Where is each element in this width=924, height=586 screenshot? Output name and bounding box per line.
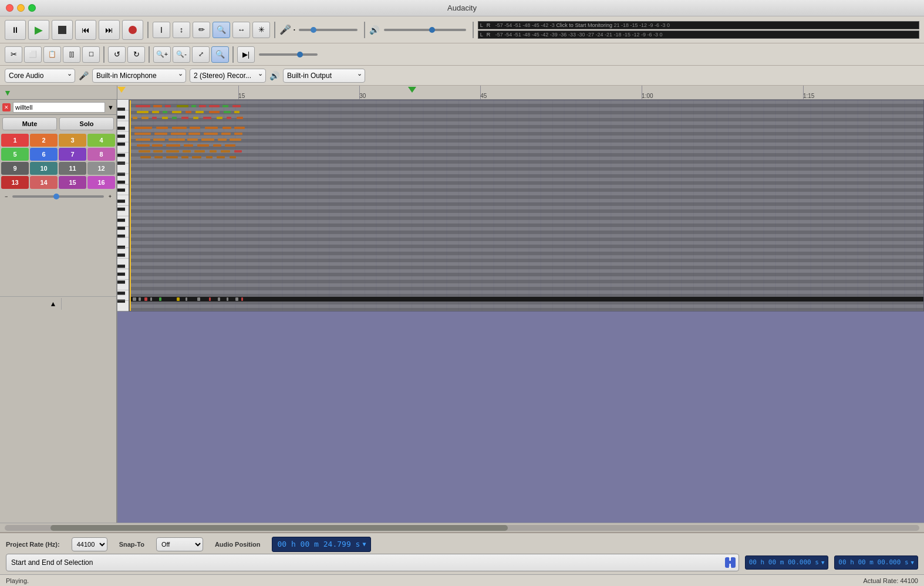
input-device-select[interactable]: Built-in Microphone [92, 69, 186, 83]
ruler-content[interactable]: 15 30 45 1:00 1:15 [117, 86, 924, 99]
ruler-row: ▼ 15 30 45 1:00 1:15 [0, 86, 924, 100]
stop-button[interactable] [52, 20, 73, 40]
channel-3[interactable]: 3 [59, 134, 86, 147]
project-rate-select[interactable]: 44100 [72, 537, 107, 551]
track-dropdown-arrow[interactable]: ▼ [107, 104, 114, 111]
channel-10[interactable]: 10 [30, 162, 58, 175]
selection-start-arrow[interactable]: ▼ [821, 560, 824, 565]
channel-2[interactable]: 2 [30, 134, 58, 147]
channel-11[interactable]: 11 [59, 162, 86, 175]
skip-back-button[interactable]: ⏮ [75, 20, 96, 40]
channel-14[interactable]: 14 [30, 176, 58, 189]
channel-12[interactable]: 12 [87, 162, 115, 175]
svg-rect-56 [191, 105, 196, 107]
vgrid-15 [238, 86, 239, 99]
channel-9[interactable]: 9 [1, 162, 29, 175]
channel-4[interactable]: 4 [87, 134, 115, 147]
selection-type-select[interactable]: Start and End of Selection [6, 554, 739, 571]
ruler-mark-100: 1:00 [642, 93, 653, 99]
zoom-selection-button[interactable]: 🔍 [211, 46, 229, 63]
channel-7[interactable]: 7 [59, 148, 86, 161]
svg-rect-109 [139, 150, 150, 153]
svg-rect-72 [152, 117, 157, 119]
mic-gain-thumb[interactable] [311, 27, 316, 33]
grid-svg [130, 100, 923, 311]
svg-rect-96 [153, 138, 165, 141]
draw-tool-button[interactable]: ✏ [193, 22, 210, 38]
channel-13[interactable]: 13 [1, 176, 29, 189]
undo-button[interactable]: ↺ [108, 46, 126, 63]
record-button[interactable] [122, 20, 143, 40]
track-name-input[interactable] [13, 102, 105, 113]
skip-forward-button[interactable]: ⏭ [99, 20, 120, 40]
mute-button[interactable]: Mute [2, 117, 57, 130]
channels-select[interactable]: 2 (Stereo) Recor... [190, 69, 266, 83]
svg-rect-130 [159, 297, 161, 301]
zoom-in-button[interactable]: 🔍+ [153, 46, 171, 63]
svg-rect-114 [210, 150, 217, 153]
play-at-speed-button[interactable]: ▶| [237, 46, 255, 63]
redo-button[interactable]: ↻ [127, 46, 145, 63]
footer-controls: Project Rate (Hz): 44100 Snap-To Off Aud… [0, 532, 924, 574]
playback-volume-slider[interactable] [384, 29, 466, 31]
svg-rect-69 [234, 111, 240, 113]
channel-1[interactable]: 1 [1, 134, 29, 147]
play-speed-slider[interactable] [259, 53, 318, 56]
silence-button[interactable]: ☐ [82, 46, 100, 63]
svg-rect-70 [133, 117, 137, 119]
close-button[interactable] [6, 4, 14, 12]
solo-button[interactable]: Solo [59, 117, 114, 130]
track-close-button[interactable]: ✕ [2, 103, 11, 111]
vgrid-75 [803, 86, 804, 99]
title-bar: Audacity [0, 0, 924, 16]
audio-host-select[interactable]: Core Audio [5, 69, 75, 83]
snap-to-select[interactable]: Off [156, 537, 203, 551]
time-shift-tool-button[interactable]: ↔ [232, 22, 250, 38]
paste-button[interactable]: 📋 [43, 46, 61, 63]
channel-5[interactable]: 5 [1, 148, 29, 161]
selection-end-arrow[interactable]: ▼ [911, 560, 914, 565]
multi-tool-button[interactable]: ✳ [252, 22, 270, 38]
channel-15[interactable]: 15 [59, 176, 86, 189]
selection-start-display: 00 h 00 m 00.000 s ▼ [745, 555, 829, 570]
envelope-tool-button[interactable]: ↕ [173, 22, 190, 38]
play-button[interactable]: ▶ [28, 20, 49, 40]
channel-8[interactable]: 8 [87, 148, 115, 161]
trim-button[interactable]: [|] [63, 46, 80, 63]
channel-16[interactable]: 16 [87, 176, 115, 189]
collapse-icon[interactable]: ▲ [50, 300, 57, 308]
zoom-tool-button[interactable]: 🔍 [213, 22, 230, 38]
zoom-out-button[interactable]: 🔍- [173, 46, 190, 63]
playback-volume-thumb[interactable] [429, 27, 435, 33]
fit-project-button[interactable]: ⤢ [192, 46, 210, 63]
volume-slider-row: − + [5, 194, 112, 199]
cut-button[interactable]: ✂ [5, 46, 22, 63]
svg-rect-83 [172, 127, 187, 129]
play-speed-thumb[interactable] [297, 52, 303, 57]
audio-position-arrow[interactable]: ▼ [362, 541, 366, 547]
scrollbar-track[interactable] [5, 525, 919, 531]
svg-rect-68 [224, 111, 231, 113]
output-device-select[interactable]: Built-in Output [283, 69, 365, 83]
svg-rect-74 [172, 117, 177, 119]
svg-rect-71 [141, 117, 149, 119]
channel-6[interactable]: 6 [30, 148, 58, 161]
svg-rect-98 [187, 138, 198, 141]
channels-wrap: 2 (Stereo) Recor... [190, 69, 266, 83]
svg-rect-55 [177, 105, 188, 107]
scrollbar-thumb[interactable] [50, 525, 508, 531]
mic-gain-slider[interactable] [299, 29, 358, 31]
empty-track-right [117, 311, 924, 523]
minimize-button[interactable] [17, 4, 25, 12]
svg-rect-127 [139, 297, 141, 301]
maximize-button[interactable] [28, 4, 36, 12]
zoom-sel-icon: 🔍 [215, 50, 225, 59]
pause-button[interactable]: ⏸ [5, 20, 26, 40]
volume-slider[interactable] [12, 195, 103, 198]
copy-button[interactable]: ⬜ [24, 46, 42, 63]
cursor-tool-button[interactable]: I [153, 22, 170, 38]
h-scrollbar[interactable] [0, 523, 924, 532]
notes-area[interactable] [129, 100, 924, 311]
vol-plus: + [109, 194, 112, 199]
volume-thumb[interactable] [53, 194, 59, 199]
